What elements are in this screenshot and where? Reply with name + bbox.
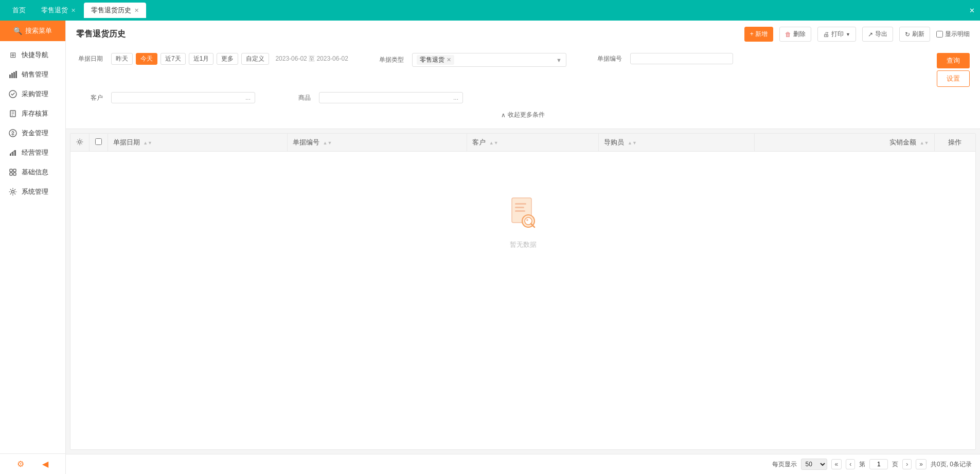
bill-type-label: 单据类型 [377, 56, 408, 64]
date-btn-today[interactable]: 今天 [136, 53, 157, 65]
finance-icon [8, 129, 17, 138]
date-btn-custom[interactable]: 自定义 [241, 53, 269, 65]
th-guide[interactable]: 导购员 ▲▼ [599, 134, 755, 152]
tab-retail-return[interactable]: 零售退货 ✕ [34, 3, 83, 18]
sidebar-item-inventory[interactable]: 库存核算 [0, 104, 65, 123]
page-size-select[interactable]: 50 20 100 [801, 459, 827, 470]
page-number-input[interactable] [869, 459, 888, 469]
customer-ellipsis: ... [245, 94, 251, 101]
setting-button[interactable]: 设置 [937, 70, 970, 87]
tab-home-label: 首页 [12, 6, 26, 15]
date-btn-more[interactable]: 更多 [217, 53, 238, 65]
tab-retail-return-history-label: 零售退货历史 [91, 6, 131, 15]
goods-input[interactable] [324, 94, 453, 101]
refresh-button[interactable]: ↻ 刷新 [899, 27, 930, 42]
sidebar-item-sales-mgmt[interactable]: 销售管理 [0, 65, 65, 84]
sidebar-item-operations[interactable]: 经营管理 [0, 143, 65, 162]
page-title-row: 零售退货历史 + 新增 🗑 删除 🖨 打印 ▼ ↗ 导出 [76, 27, 970, 42]
th-bill-no[interactable]: 单据编号 ▲▼ [287, 134, 467, 152]
sidebar-item-operations-label: 经营管理 [22, 148, 48, 157]
date-filter-label: 单据日期 [76, 54, 107, 63]
collapse-filter-button[interactable]: ∧ 收起更多条件 [495, 108, 551, 121]
sidebar: 🔍 搜索菜单 ⊞ 快捷导航 销售管理 采购管理 [0, 21, 66, 474]
sidebar-item-system-label: 系统管理 [22, 187, 48, 196]
bill-no-input-wrap[interactable] [630, 53, 733, 64]
sidebar-item-purchase-mgmt-label: 采购管理 [22, 89, 48, 99]
sidebar-search-label: 搜索菜单 [25, 26, 52, 35]
settings-bottom-icon[interactable]: ⚙ [17, 459, 24, 469]
table-container: 单据日期 ▲▼ 单据编号 ▲▼ 客户 ▲▼ 导购员 [70, 133, 976, 450]
page-header: 零售退货历史 + 新增 🗑 删除 🖨 打印 ▼ ↗ 导出 [66, 21, 980, 129]
tab-retail-return-history-close[interactable]: ✕ [134, 7, 139, 14]
date-btn-yesterday[interactable]: 昨天 [111, 53, 133, 65]
search-icon: 🔍 [13, 27, 22, 35]
delete-icon: 🗑 [785, 31, 791, 38]
show-detail-checkbox[interactable] [936, 31, 943, 38]
bill-no-input[interactable] [635, 55, 728, 62]
sidebar-bottom: ⚙ ◀ [0, 453, 65, 474]
table-body: 暂无数据 [70, 152, 975, 291]
pagination-bar: 每页显示 50 20 100 « ‹ 第 页 › » 共0页, 0条记录 [66, 454, 980, 474]
tab-retail-return-label: 零售退货 [41, 6, 68, 15]
first-page-button[interactable]: « [831, 459, 842, 469]
bill-type-filter[interactable]: 零售退货 ✕ ▼ [412, 53, 566, 67]
bill-no-sort-icon: ▲▼ [323, 140, 332, 145]
delete-button[interactable]: 🗑 删除 [779, 27, 811, 42]
th-amount[interactable]: 实销金额 ▲▼ [755, 134, 934, 152]
sidebar-item-base-info-label: 基础信息 [22, 168, 48, 177]
th-date[interactable]: 单据日期 ▲▼ [108, 134, 287, 152]
query-button[interactable]: 查询 [937, 53, 970, 68]
customer-input[interactable] [116, 94, 245, 101]
date-btn-7days[interactable]: 近7天 [161, 53, 186, 65]
th-settings[interactable] [70, 134, 89, 152]
customer-sort-icon: ▲▼ [489, 140, 498, 145]
date-sort-icon: ▲▼ [143, 140, 152, 145]
new-button[interactable]: + 新增 [744, 27, 773, 42]
sidebar-search[interactable]: 🔍 搜索菜单 [0, 21, 65, 41]
svg-rect-7 [10, 154, 11, 156]
operations-icon [8, 148, 17, 157]
svg-rect-3 [15, 71, 17, 78]
sidebar-item-base-info[interactable]: 基础信息 [0, 162, 65, 182]
toolbar: + 新增 🗑 删除 🖨 打印 ▼ ↗ 导出 ↻ [744, 27, 970, 42]
sidebar-item-quick-nav[interactable]: ⊞ 快捷导航 [0, 45, 65, 65]
th-checkbox[interactable] [89, 134, 108, 152]
th-customer[interactable]: 客户 ▲▼ [467, 134, 599, 152]
export-button[interactable]: ↗ 导出 [862, 27, 893, 42]
show-detail-checkbox-label[interactable]: 显示明细 [936, 30, 970, 39]
sidebar-item-purchase-mgmt[interactable]: 采购管理 [0, 84, 65, 104]
goods-input-wrap[interactable]: ... [319, 92, 463, 103]
bill-type-dropdown-icon: ▼ [556, 57, 562, 63]
last-page-button[interactable]: » [916, 459, 926, 469]
customer-input-wrap[interactable]: ... [111, 92, 255, 103]
sales-mgmt-icon [8, 70, 17, 79]
sidebar-item-quick-nav-label: 快捷导航 [22, 50, 48, 60]
svg-rect-1 [11, 73, 13, 78]
sidebar-item-system[interactable]: 系统管理 [0, 182, 65, 202]
table-header-row: 单据日期 ▲▼ 单据编号 ▲▼ 客户 ▲▼ 导购员 [70, 134, 975, 152]
date-btn-1month[interactable]: 近1月 [189, 53, 214, 65]
content-area: 零售退货历史 + 新增 🗑 删除 🖨 打印 ▼ ↗ 导出 [66, 21, 980, 474]
tab-retail-return-close[interactable]: ✕ [71, 7, 76, 14]
refresh-icon: ↻ [905, 31, 910, 38]
filter-area: 单据日期 昨天 今天 近7天 近1月 更多 自定义 2023-06-02 至 2… [76, 48, 970, 129]
window-close-button[interactable]: ✕ [969, 7, 975, 14]
print-icon: 🖨 [823, 31, 829, 38]
prev-page-button[interactable]: ‹ [846, 459, 855, 469]
select-all-checkbox[interactable] [95, 138, 102, 145]
bill-type-tag-close[interactable]: ✕ [447, 57, 451, 63]
tab-home[interactable]: 首页 [5, 3, 33, 18]
svg-rect-2 [13, 72, 15, 78]
empty-illustration [503, 193, 544, 234]
bill-no-label: 单据编号 [595, 54, 626, 63]
amount-sort-icon: ▲▼ [920, 140, 929, 145]
sidebar-item-finance[interactable]: 资金管理 [0, 123, 65, 143]
svg-rect-17 [515, 203, 526, 205]
next-page-button[interactable]: › [902, 459, 912, 469]
tab-retail-return-history[interactable]: 零售退货历史 ✕ [84, 3, 146, 18]
print-button[interactable]: 🖨 打印 ▼ [817, 27, 856, 42]
svg-rect-13 [13, 173, 16, 175]
svg-point-14 [12, 191, 14, 193]
collapse-sidebar-icon[interactable]: ◀ [42, 459, 48, 469]
quick-nav-icon: ⊞ [8, 50, 17, 60]
